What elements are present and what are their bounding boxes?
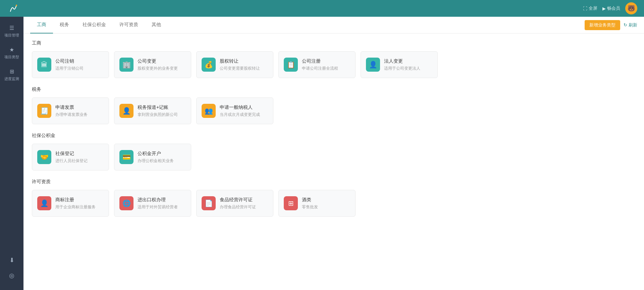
card-desc-3-3: 零售批发: [302, 204, 318, 210]
card-icon-2-0: 🤝: [37, 150, 51, 164]
cards-grid-0: 🏛公司注销适用于注销公司🏢公司变更股权变更外的业务变更💰股权转让公司变更需要股权…: [32, 51, 636, 78]
card-desc-2-0: 进行人员社保登记: [55, 158, 88, 164]
new-type-button[interactable]: 新增业务类型: [585, 20, 620, 30]
card-info-0-4: 法人变更适用于公司变更法人: [384, 58, 420, 71]
project-type-icon: ★: [8, 46, 15, 53]
service-card-0-0[interactable]: 🏛公司注销适用于注销公司: [32, 51, 109, 78]
refresh-button[interactable]: ↻ 刷新: [624, 22, 637, 28]
service-card-1-0[interactable]: 🧾申请发票办理申请发票业务: [32, 97, 109, 124]
section-title-2: 社保公积金: [32, 133, 636, 139]
card-title-0-1: 公司变更: [138, 58, 178, 64]
sidebar-item-project-mgmt[interactable]: ☰ 项目管理: [0, 20, 23, 42]
card-info-0-3: 公司注册申请公司注册全流程: [302, 58, 338, 71]
service-card-1-2[interactable]: 👥申请一般纳税人当月或次月成变更完成: [196, 97, 273, 124]
main-content: 工商🏛公司注销适用于注销公司🏢公司变更股权变更外的业务变更💰股权转让公司变更需要…: [23, 33, 644, 290]
tab-actions: 新增业务类型 ↻ 刷新: [585, 20, 637, 30]
card-info-1-2: 申请一般纳税人当月或次月成变更完成: [220, 104, 260, 118]
card-desc-1-2: 当月或次月成变更完成: [220, 112, 260, 118]
card-icon-3-3: ⊞: [284, 196, 298, 210]
vip-icon: ▶: [602, 6, 606, 11]
card-desc-1-1: 拿到营业执照的新公司: [138, 112, 178, 118]
fullscreen-btn[interactable]: ⛶ 全屏: [583, 5, 597, 11]
card-desc-0-4: 适用于公司变更法人: [384, 66, 420, 71]
card-info-1-1: 税务报道+记账拿到营业执照的新公司: [138, 104, 178, 118]
sidebar-bottom: ⬇ ◎: [7, 252, 16, 290]
service-card-2-0[interactable]: 🤝社保登记进行人员社保登记: [32, 144, 109, 170]
tab-bar: 工商 税务 社保公积金 许可资质 其他 新增业务类型 ↻ 刷新: [23, 17, 644, 33]
card-info-3-2: 食品经营许可证办理食品经营许可证: [220, 197, 256, 210]
service-card-0-4[interactable]: 👤法人变更适用于公司变更法人: [361, 51, 438, 78]
card-title-2-1: 公积金开户: [138, 151, 174, 157]
cards-grid-2: 🤝社保登记进行人员社保登记💳公积金开户办理公积金相关业务: [32, 144, 636, 170]
sidebar: ☰ 项目管理 ★ 项目类型 ⊞ 进度监测 ⬇ ◎: [0, 17, 23, 290]
vip-btn[interactable]: ▶ 畅会员: [602, 5, 620, 11]
card-title-0-4: 法人变更: [384, 58, 420, 64]
sidebar-item-progress[interactable]: ⊞ 进度监测: [0, 64, 23, 85]
card-info-2-0: 社保登记进行人员社保登记: [55, 151, 88, 164]
tab-shebaogongjijin[interactable]: 社保公积金: [76, 17, 113, 33]
card-info-0-0: 公司注销适用于注销公司: [55, 58, 84, 71]
card-title-0-2: 股权转让: [220, 58, 260, 64]
card-info-1-0: 申请发票办理申请发票业务: [55, 104, 88, 118]
tab-other[interactable]: 其他: [145, 17, 168, 33]
sidebar-item-label: 项目类型: [4, 55, 19, 60]
card-icon-1-1: 👤: [119, 104, 133, 118]
card-desc-0-2: 公司变更需要股权转让: [220, 66, 260, 71]
cards-grid-1: 🧾申请发票办理申请发票业务👤税务报道+记账拿到营业执照的新公司👥申请一般纳税人当…: [32, 97, 636, 124]
sidebar-item-label: 进度监测: [4, 76, 19, 81]
tab-shuiwu[interactable]: 税务: [53, 17, 76, 33]
tab-xukezi[interactable]: 许可资质: [113, 17, 145, 33]
card-icon-0-2: 💰: [202, 58, 216, 72]
card-info-2-1: 公积金开户办理公积金相关业务: [138, 151, 174, 164]
card-icon-0-1: 🏢: [119, 58, 133, 72]
service-card-0-3[interactable]: 📋公司注册申请公司注册全流程: [278, 51, 356, 78]
tab-gongshang[interactable]: 工商: [30, 17, 53, 33]
fullscreen-icon: ⛶: [583, 6, 587, 11]
card-icon-3-1: 🌐: [119, 196, 133, 210]
service-card-3-0[interactable]: 👤商标注册用于企业商标注册服务: [32, 190, 109, 217]
card-info-3-1: 进出口权办理适用于对外贸易经营者: [138, 197, 178, 210]
progress-icon: ⊞: [8, 68, 15, 75]
refresh-label: 刷新: [629, 22, 637, 28]
card-desc-3-0: 用于企业商标注册服务: [55, 204, 96, 210]
card-title-0-3: 公司注册: [302, 58, 338, 64]
sidebar-item-project-type[interactable]: ★ 项目类型: [0, 42, 23, 64]
service-card-2-1[interactable]: 💳公积金开户办理公积金相关业务: [114, 144, 191, 170]
vip-label: 畅会员: [607, 5, 620, 11]
card-title-3-3: 酒类: [302, 197, 318, 203]
section-title-1: 税务: [32, 86, 636, 92]
card-desc-2-1: 办理公积金相关业务: [138, 158, 174, 164]
card-title-1-2: 申请一般纳税人: [220, 104, 260, 111]
card-icon-1-2: 👥: [202, 104, 216, 118]
section-title-3: 许可资质: [32, 179, 636, 185]
card-desc-0-3: 申请公司注册全流程: [302, 66, 338, 71]
avatar[interactable]: 🐻: [625, 2, 637, 14]
card-title-3-0: 商标注册: [55, 197, 96, 203]
card-desc-0-1: 股权变更外的业务变更: [138, 66, 178, 71]
refresh-icon: ↻: [624, 22, 627, 27]
service-card-3-2[interactable]: 📄食品经营许可证办理食品经营许可证: [196, 190, 273, 217]
card-desc-3-1: 适用于对外贸易经营者: [138, 204, 178, 210]
logo: [7, 2, 20, 15]
card-icon-1-0: 🧾: [37, 104, 51, 118]
card-icon-3-2: 📄: [202, 196, 216, 210]
service-card-3-1[interactable]: 🌐进出口权办理适用于对外贸易经营者: [114, 190, 191, 217]
card-icon-0-4: 👤: [366, 58, 380, 72]
svg-point-0: [16, 5, 17, 6]
service-card-0-1[interactable]: 🏢公司变更股权变更外的业务变更: [114, 51, 191, 78]
sidebar-download-btn[interactable]: ⬇: [7, 252, 16, 268]
sidebar-settings-btn[interactable]: ◎: [7, 268, 16, 283]
card-info-0-2: 股权转让公司变更需要股权转让: [220, 58, 260, 71]
card-title-3-2: 食品经营许可证: [220, 197, 256, 203]
card-info-3-0: 商标注册用于企业商标注册服务: [55, 197, 96, 210]
card-icon-0-3: 📋: [284, 58, 298, 72]
service-card-1-1[interactable]: 👤税务报道+记账拿到营业执照的新公司: [114, 97, 191, 124]
card-title-1-0: 申请发票: [55, 104, 88, 111]
main-layout: ☰ 项目管理 ★ 项目类型 ⊞ 进度监测 ⬇ ◎ 工商 税务 社保公积金 许可资…: [0, 17, 644, 290]
fullscreen-label: 全屏: [589, 5, 597, 11]
card-desc-0-0: 适用于注销公司: [55, 66, 84, 71]
service-card-0-2[interactable]: 💰股权转让公司变更需要股权转让: [196, 51, 273, 78]
card-icon-0-0: 🏛: [37, 58, 51, 72]
service-card-3-3[interactable]: ⊞酒类零售批发: [278, 190, 356, 217]
card-info-3-3: 酒类零售批发: [302, 197, 318, 210]
